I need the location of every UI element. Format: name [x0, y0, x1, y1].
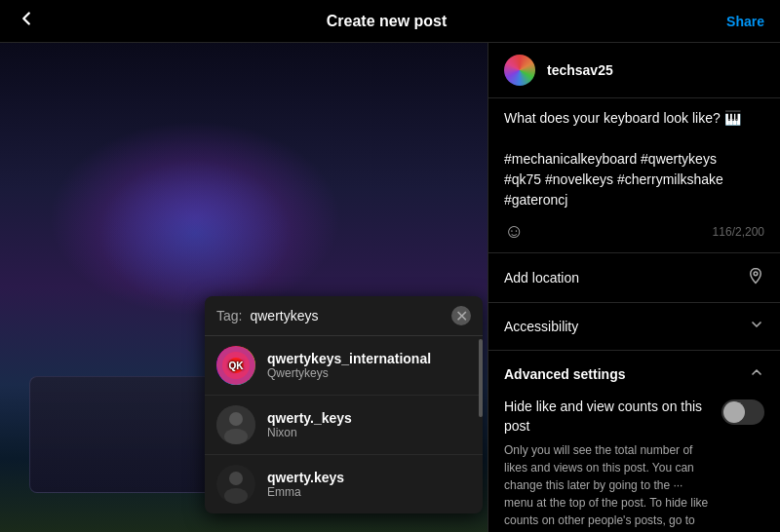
char-count: 116/2,200	[713, 225, 764, 239]
caption-footer: ☺ 116/2,200	[504, 220, 764, 243]
chevron-down-icon	[749, 317, 764, 336]
emoji-picker-button[interactable]: ☺	[504, 220, 524, 243]
back-button[interactable]	[16, 8, 47, 34]
hide-likes-title: Hide like and view counts on this post	[504, 398, 710, 436]
user-info: qwerty.keys Emma	[267, 470, 471, 499]
svg-point-5	[229, 412, 243, 426]
user-info: qwerty._keys Nixon	[267, 410, 471, 439]
tag-input-row: Tag: qwertykeys ✕	[205, 296, 483, 336]
hide-likes-text: Hide like and view counts on this post O…	[504, 398, 722, 532]
svg-point-2	[228, 358, 244, 373]
scroll-indicator	[479, 339, 483, 417]
list-item[interactable]: qwerty._keys Nixon	[205, 395, 483, 454]
advanced-settings-section: Advanced settings Hide like and view cou…	[488, 351, 780, 532]
location-icon	[747, 267, 764, 288]
accessibility-row[interactable]: Accessibility	[488, 303, 780, 351]
avatar	[216, 465, 255, 504]
chevron-up-icon	[749, 364, 764, 384]
hide-likes-desc: Only you will see the total number of li…	[504, 441, 710, 532]
user-handle: qwerty._keys	[267, 410, 471, 426]
user-name: Nixon	[267, 426, 471, 439]
user-handle: qwerty.keys	[267, 470, 471, 485]
caption-text[interactable]: What does your keyboard look like? 🎹 #me…	[504, 108, 764, 210]
user-name: Emma	[267, 485, 471, 499]
tag-dropdown: Tag: qwertykeys ✕ QK qwertykeys_internat…	[205, 296, 483, 513]
user-name: Qwertykeys	[267, 366, 471, 380]
user-info: qwertykeys_international Qwertykeys	[267, 351, 471, 380]
svg-text:QK: QK	[229, 361, 245, 371]
list-item[interactable]: qwerty.keys Emma	[205, 454, 483, 513]
svg-point-6	[224, 429, 248, 444]
advanced-settings-header[interactable]: Advanced settings	[488, 351, 780, 398]
tag-label: Tag:	[216, 308, 242, 323]
svg-point-9	[224, 488, 248, 504]
settings-panel: techsav25 What does your keyboard look l…	[488, 43, 780, 532]
user-handle: qwertykeys_international	[267, 351, 471, 366]
caption-area: What does your keyboard look like? 🎹 #me…	[488, 98, 780, 253]
page-title: Create new post	[327, 13, 448, 30]
hide-likes-toggle[interactable]	[722, 399, 764, 425]
accessibility-label: Accessibility	[504, 319, 578, 334]
svg-point-1	[222, 352, 250, 379]
list-item[interactable]: QK qwertykeys_international Qwertykeys	[205, 336, 483, 395]
main-content: Tag: qwertykeys ✕ QK qwertykeys_internat…	[0, 43, 780, 532]
user-row: techsav25	[488, 43, 780, 98]
svg-point-10	[754, 272, 758, 276]
tag-clear-button[interactable]: ✕	[451, 306, 471, 325]
avatar: QK	[216, 346, 255, 385]
hide-likes-row: Hide like and view counts on this post O…	[504, 398, 764, 532]
app-header: Create new post Share	[0, 0, 780, 43]
add-location-label: Add location	[504, 270, 579, 285]
tag-input[interactable]: qwertykeys	[250, 308, 444, 323]
share-button[interactable]: Share	[726, 14, 764, 29]
hide-likes-desc-text: Only you will see the total number of li…	[504, 443, 708, 532]
image-area: Tag: qwertykeys ✕ QK qwertykeys_internat…	[0, 43, 488, 532]
advanced-settings-label: Advanced settings	[504, 366, 625, 382]
blue-glow-effect	[98, 160, 292, 306]
svg-point-8	[229, 472, 243, 485]
avatar	[504, 55, 535, 86]
avatar	[216, 405, 255, 444]
username: techsav25	[547, 62, 613, 78]
advanced-content: Hide like and view counts on this post O…	[488, 398, 780, 532]
add-location-row[interactable]: Add location	[488, 253, 780, 303]
